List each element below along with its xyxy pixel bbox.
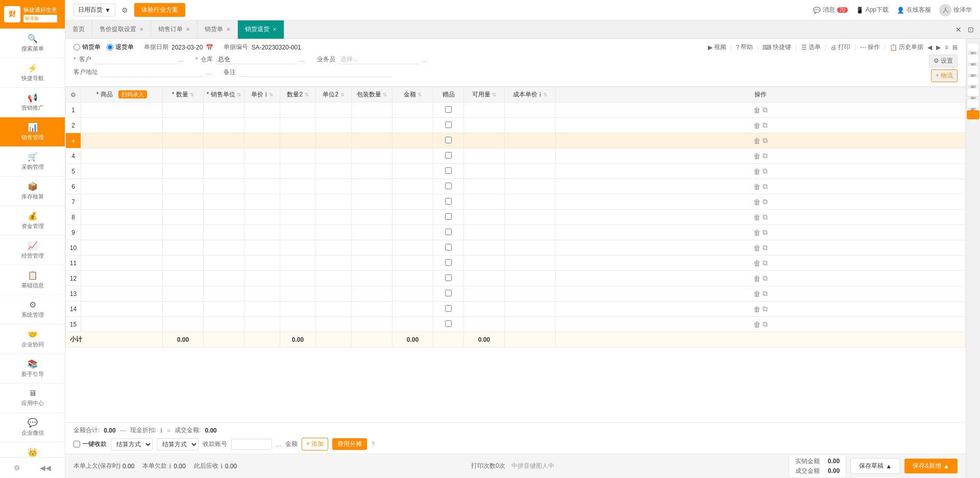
sidebar-item-member[interactable]: 👑 畅会员 [0,442,65,457]
tab-sale-order[interactable]: 销售订单 ✕ [151,20,198,39]
available-sort-icon[interactable]: ⇅ [492,92,496,97]
row-unit[interactable] [204,118,244,133]
delete-icon[interactable]: 🗑 [753,167,761,175]
account-input[interactable] [231,439,272,450]
delete-icon[interactable]: 🗑 [753,259,761,267]
row-cost-price-h[interactable] [505,133,556,148]
delete-icon[interactable]: 🗑 [753,106,761,114]
return-radio[interactable]: 退货单 [107,43,134,52]
sale-radio[interactable]: 销货单 [74,43,101,52]
copy-icon[interactable]: ⧉ [763,320,768,329]
notification-item[interactable]: 💬 消息 70 [813,6,848,14]
copy-icon[interactable]: ⧉ [763,106,768,114]
row-unit2[interactable] [316,103,352,118]
experience-plan-button[interactable]: 体验行业方案 [134,3,185,17]
row-gift[interactable] [433,103,464,118]
delete-icon[interactable]: 🗑 [753,320,761,329]
row-qty[interactable] [163,103,204,118]
delete-icon[interactable]: 🗑 [753,274,761,283]
warehouse-input[interactable] [216,55,297,64]
row-amount-h[interactable] [393,133,433,148]
copy-icon[interactable]: ⧉ [763,197,768,206]
toolbar-prev[interactable]: ◀ [927,44,932,51]
copy-icon[interactable]: ⧉ [763,136,768,145]
row-pkg-qty[interactable] [352,103,393,118]
sidebar-item-newbie[interactable]: 📚 新手引导 [0,354,65,384]
debt-info-icon[interactable]: ℹ [169,463,172,470]
fee-split-button[interactable]: 费用分摊 [332,438,367,450]
right-panel-btn-2[interactable]: 图 [967,54,979,63]
row-product[interactable] [81,103,163,118]
fee-help-icon[interactable]: ? [371,441,375,448]
add-row-btn[interactable]: + [66,133,81,148]
sidebar-item-wechat[interactable]: 💬 企业微信 [0,413,65,442]
row-unit2[interactable] [316,118,352,133]
right-panel-btn-7[interactable]: 图 [967,110,979,119]
right-panel-btn-1[interactable]: 图 [967,43,979,52]
cost-info-icon[interactable]: ℹ [539,91,542,98]
save-new-dropdown-icon[interactable]: ▲ [943,463,949,470]
settlement-method-select[interactable]: 结算方式 [111,438,153,450]
customer-dots[interactable]: ... [178,56,183,63]
delete-icon[interactable]: 🗑 [753,305,761,313]
user-item[interactable]: 人 徐泽华 [939,4,972,16]
toolbar-video[interactable]: ▶ 视频 [708,43,726,52]
delete-icon[interactable]: 🗑 [753,244,761,252]
receivable-info-icon[interactable]: ℹ [220,463,223,470]
delete-icon[interactable]: 🗑 [753,198,761,206]
delete-icon[interactable]: 🗑 [753,183,761,191]
tab-sale-order-close[interactable]: ✕ [186,27,190,32]
sidebar-item-system[interactable]: ⚙ 系统管理 [0,295,65,324]
tab-home[interactable]: 首页 [65,20,92,39]
tab-expand-icon[interactable]: ⊡ [966,24,976,35]
app-download-item[interactable]: 📱 App下载 [856,6,889,14]
price-info-icon[interactable]: ℹ [265,91,267,98]
qty2-sort-icon[interactable]: ⇅ [305,92,309,97]
calc-method-select[interactable]: 结算方式 [157,438,199,450]
remark-input[interactable] [239,67,392,77]
account-dots[interactable]: ... [276,441,281,448]
topbar-gear-icon[interactable]: ⚙ [119,4,130,16]
warehouse-dots[interactable]: ... [300,56,305,63]
copy-icon[interactable]: ⧉ [763,121,768,130]
address-input[interactable] [101,67,203,77]
toolbar-print[interactable]: 🖨 打印 [830,43,850,52]
toolbar-operation[interactable]: ⋯ 操作 [860,43,880,52]
copy-icon[interactable]: ⧉ [763,182,768,191]
row-pkg-qty[interactable] [352,118,393,133]
delete-icon[interactable]: 🗑 [753,121,761,130]
sidebar-collapse-btn[interactable]: ◀◀ [38,462,53,474]
address-dots[interactable]: ... [206,69,211,76]
tab-close-all-icon[interactable]: ✕ [953,24,964,35]
sidebar-item-quick[interactable]: ⚡ 快捷导航 [0,58,65,88]
sidebar-item-inventory[interactable]: 📦 库存核算 [0,177,65,206]
row-pkg-qty-h[interactable] [352,133,393,148]
sidebar-item-purchase[interactable]: 🛒 采购管理 [0,147,65,177]
tab-sale-return[interactable]: 销货退货 ✕ [238,20,284,39]
right-panel-btn-4[interactable]: 图 [967,77,979,86]
unit-sort-icon[interactable]: ⇅ [237,92,241,97]
copy-icon[interactable]: ⧉ [763,167,768,175]
copy-icon[interactable]: ⧉ [763,305,768,313]
row-qty2[interactable] [280,118,316,133]
sidebar-item-base[interactable]: 📋 基础信息 [0,265,65,295]
online-service-item[interactable]: 👤 在线客服 [897,6,931,14]
row-qty2[interactable] [280,103,316,118]
copy-icon[interactable]: ⧉ [763,289,768,298]
price-sort-icon[interactable]: ⇅ [269,92,273,97]
sidebar-item-enterprise[interactable]: 🤝 企业协同 [0,324,65,354]
row-qty-h[interactable] [163,133,204,148]
toolbar-history[interactable]: 📋 历史单据 [890,43,923,52]
row-unit[interactable] [204,103,244,118]
save-new-button[interactable]: 保存&新增 ▲ [904,459,958,473]
row-price[interactable] [244,103,280,118]
tab-price-set[interactable]: 售价提取设置 ✕ [92,20,151,39]
tab-sale-return-close[interactable]: ✕ [273,27,277,32]
copy-icon[interactable]: ⧉ [763,213,768,221]
th-scan-btn[interactable]: 扫码录入 [118,91,147,98]
right-panel-btn-6[interactable]: 图 [967,99,979,108]
delete-icon[interactable]: 🗑 [753,213,761,221]
calendar-icon[interactable]: 📅 [206,44,213,51]
row-product-input[interactable] [81,133,163,148]
row-qty2-h[interactable] [280,133,316,148]
